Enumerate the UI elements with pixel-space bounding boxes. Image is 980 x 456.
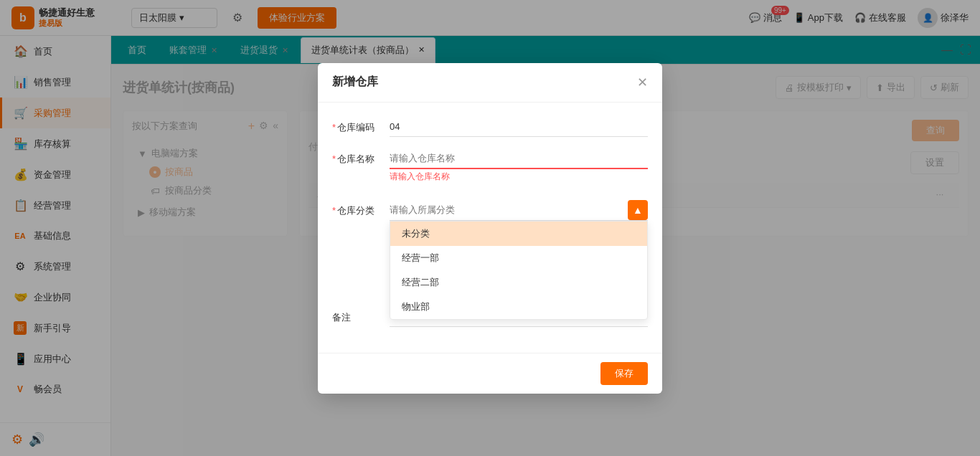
name-field-wrap: 请输入仓库名称	[390, 148, 648, 183]
category-input-container: ▲	[390, 200, 648, 221]
remarks-label: 备注	[332, 307, 390, 324]
add-warehouse-modal: 新增仓库 ✕ 仓库编码 仓库名称	[318, 65, 662, 394]
category-label: 仓库分类	[332, 200, 390, 217]
category-field-wrap: ▲ 未分类 经营一部 经营二部 物业部	[390, 200, 648, 221]
name-label: 仓库名称	[332, 148, 390, 166]
dropdown-item-property[interactable]: 物业部	[390, 295, 647, 319]
category-input[interactable]	[390, 200, 628, 219]
modal-footer: 保存	[318, 353, 662, 394]
page-content-wrapper: 进货单统计(按商品) 🖨 按模板打印 ▾ ⬆ 导出 ↺	[111, 65, 980, 456]
form-row-category: 仓库分类 ▲ 未分类 经营一部 经营二部	[332, 200, 648, 221]
save-button[interactable]: 保存	[600, 362, 648, 385]
modal-close-button[interactable]: ✕	[637, 75, 648, 90]
layout: 🏠 首页 📊 销售管理 🛒 采购管理 🏪 库存核算 💰 资金管理 📋 经营管理 …	[0, 36, 980, 456]
modal-header: 新增仓库 ✕	[318, 65, 662, 103]
code-label: 仓库编码	[332, 117, 390, 134]
modal-overlay: 新增仓库 ✕ 仓库编码 仓库名称	[111, 65, 980, 456]
dropdown-item-uncategorized[interactable]: 未分类	[390, 222, 647, 246]
dropdown-item-dept2[interactable]: 经营二部	[390, 270, 647, 295]
dropdown-item-dept1[interactable]: 经营一部	[390, 246, 647, 270]
modal-body: 仓库编码 仓库名称 请输入仓库名称	[318, 103, 662, 353]
modal-title: 新增仓库	[332, 75, 378, 90]
name-error: 请输入仓库名称	[390, 171, 648, 183]
code-input[interactable]	[390, 117, 648, 137]
category-toggle-button[interactable]: ▲	[628, 200, 648, 220]
form-row-code: 仓库编码	[332, 117, 648, 137]
name-input[interactable]	[390, 148, 648, 169]
form-row-name: 仓库名称 请输入仓库名称	[332, 148, 648, 183]
main-content: 首页 账套管理 ✕ 进货退货 ✕ 进货单统计表（按商品） ✕ — ⛶	[111, 36, 980, 456]
category-dropdown: 未分类 经营一部 经营二部 物业部	[390, 221, 648, 320]
